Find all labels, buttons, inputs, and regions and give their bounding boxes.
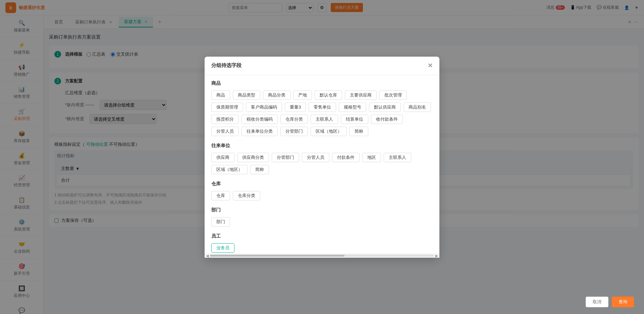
modal-horizontal-scrollbar[interactable]: ◀ ▶ (205, 254, 439, 258)
field-tag[interactable]: 简称 (350, 127, 368, 136)
field-tag[interactable]: 地区 (362, 153, 381, 162)
field-tag[interactable]: 部门 (211, 217, 230, 227)
section-employee-title: 员工 (211, 233, 433, 239)
field-tag[interactable]: 默认供应商 (369, 103, 401, 112)
field-tag[interactable]: 批次管理 (379, 90, 407, 100)
field-grid-partner: 供应商 供应商分类 分管部门 分管人员 付款条件 地区 主联系人 区域（地区） … (211, 153, 433, 174)
field-tag[interactable]: 付款条件 (332, 153, 360, 162)
section-warehouse: 仓库 仓库 仓库分类 (211, 181, 433, 200)
field-tag[interactable]: 产地 (293, 90, 312, 100)
section-warehouse-title: 仓库 (211, 181, 433, 187)
section-employee: 员工 业务员 (211, 233, 433, 253)
field-tag[interactable]: 仓库分类 (280, 115, 308, 124)
field-grid-product: 商品 商品类型 商品分类 产地 默认仓库 主要供应商 批次管理 保质期管理 客户… (211, 90, 433, 136)
scroll-right-arrow[interactable]: ▶ (435, 254, 438, 258)
scroll-left-arrow[interactable]: ◀ (206, 254, 209, 258)
field-tag[interactable]: 默认仓库 (315, 90, 342, 100)
field-tag[interactable]: 分管部门 (280, 127, 308, 136)
confirm-button[interactable]: 查询 (612, 297, 634, 307)
field-tag[interactable]: 收付款条件 (371, 115, 403, 124)
section-department-title: 部门 (211, 207, 433, 213)
field-tag[interactable]: 税收分类编码 (241, 115, 278, 124)
field-tag[interactable]: 拣货积分 (211, 115, 239, 124)
modal-header: 分组待选字段 ✕ (205, 57, 439, 75)
field-tag[interactable]: 区域（地区） (211, 165, 248, 174)
section-partner-title: 往来单位 (211, 143, 433, 149)
field-tag[interactable]: 简称 (250, 165, 269, 174)
field-tag[interactable]: 规格型号 (339, 103, 366, 112)
field-tag[interactable]: 重量3 (285, 103, 306, 112)
section-product: 商品 商品 商品类型 商品分类 产地 默认仓库 主要供应商 批次管理 保质期管理… (211, 80, 433, 136)
field-tag[interactable]: 客户商品编码 (246, 103, 282, 112)
field-tag[interactable]: 分管人员 (302, 153, 329, 162)
field-grid-department: 部门 (211, 217, 433, 227)
field-tag[interactable]: 保质期管理 (211, 103, 243, 112)
modal-dialog: 分组待选字段 ✕ 商品 商品 商品类型 商品分类 产地 默认仓库 主要供应商 批… (205, 57, 439, 258)
section-partner: 往来单位 供应商 供应商分类 分管部门 分管人员 付款条件 地区 主联系人 区域… (211, 143, 433, 174)
field-tag[interactable]: 主联系人 (384, 153, 411, 162)
footer-buttons: 取消 查询 (586, 297, 634, 307)
modal-close-button[interactable]: ✕ (428, 62, 433, 69)
field-grid-warehouse: 仓库 仓库分类 (211, 191, 433, 200)
field-tag[interactable]: 仓库 (211, 191, 230, 200)
field-tag[interactable]: 主要供应商 (345, 90, 377, 100)
field-tag[interactable]: 商品类型 (233, 90, 260, 100)
field-tag[interactable]: 零售单位 (309, 103, 336, 112)
field-tag[interactable]: 商品分类 (263, 90, 290, 100)
field-tag[interactable]: 分管部门 (272, 153, 299, 162)
field-tag[interactable]: 业务员 (211, 243, 234, 253)
modal-body: 商品 商品 商品类型 商品分类 产地 默认仓库 主要供应商 批次管理 保质期管理… (205, 75, 439, 254)
scrollbar-thumb[interactable] (210, 255, 344, 257)
field-tag[interactable]: 主联系人 (311, 115, 338, 124)
field-tag[interactable]: 商品 (211, 90, 230, 100)
cancel-button[interactable]: 取消 (586, 297, 608, 307)
field-tag[interactable]: 结算单位 (341, 115, 368, 124)
field-tag[interactable]: 区域（地区） (311, 127, 347, 136)
modal-title: 分组待选字段 (211, 62, 241, 69)
field-tag[interactable]: 往来单位分类 (241, 127, 278, 136)
field-grid-employee: 业务员 (211, 243, 433, 253)
field-tag[interactable]: 分管人员 (211, 127, 239, 136)
field-tag[interactable]: 仓库分类 (233, 191, 260, 200)
scrollbar-track (210, 255, 434, 257)
field-tag[interactable]: 供应商分类 (237, 153, 269, 162)
section-product-title: 商品 (211, 80, 433, 86)
field-tag[interactable]: 商品别名 (404, 103, 431, 112)
section-department: 部门 部门 (211, 207, 433, 227)
field-tag[interactable]: 供应商 (211, 153, 234, 162)
